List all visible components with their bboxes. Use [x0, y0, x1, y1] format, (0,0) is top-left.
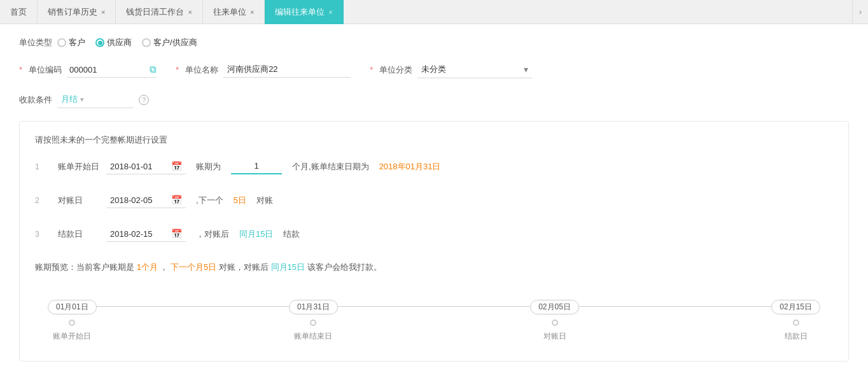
row-num-3: 3	[35, 230, 48, 239]
start-date-input[interactable]	[110, 162, 167, 171]
chevron-down-icon: ▾	[524, 64, 528, 74]
unit-category-value: 未分类	[421, 64, 519, 75]
tab-cash-work-label: 钱货日清工作台	[126, 6, 184, 18]
unit-type-group: 单位类型 客户 供应商 客户/供应商	[19, 37, 197, 48]
payment-date-field: 📅	[106, 226, 186, 242]
preview-middle: 对账，对账后	[219, 262, 269, 272]
tab-partner-label: 往来单位	[213, 6, 246, 18]
code-name-category-row: * 单位编码 ⧉ * 单位名称 * 单位分类 未分类 ▾	[19, 61, 849, 78]
required-star: *	[176, 65, 179, 74]
detail-row-1: 1 账单开始日 📅 账期为 个月,账单结束日期为 2018年01月31日	[35, 158, 833, 174]
preview-label: 账期预览：当前客户账期是	[35, 262, 134, 272]
timeline-label-1: 账单开始日	[53, 331, 91, 342]
timeline-label-4: 结款日	[785, 331, 808, 342]
unit-name-input[interactable]	[223, 62, 351, 78]
close-icon[interactable]: ×	[328, 8, 332, 16]
chevron-down-icon: ▾	[80, 95, 84, 104]
payment-desc-prefix: ，对账后	[196, 229, 229, 240]
row-label-3: 结款日	[58, 229, 96, 240]
calendar-icon[interactable]: 📅	[171, 229, 182, 239]
payment-terms-value: 月结	[61, 94, 78, 105]
tab-home[interactable]: 首页	[0, 0, 38, 24]
period-label: 账期为	[196, 161, 221, 172]
preview-comma: ，	[160, 262, 168, 272]
unit-name-group: * 单位名称	[176, 62, 351, 78]
unit-type-row: 单位类型 客户 供应商 客户/供应商	[19, 37, 849, 48]
reconcile-day-highlight: 5日	[234, 195, 246, 206]
unit-name-label: 单位名称	[185, 64, 218, 76]
calendar-icon[interactable]: 📅	[171, 161, 182, 171]
radio-group: 客户 供应商 客户/供应商	[57, 37, 197, 48]
unit-code-input-wrapper: ⧉	[67, 62, 157, 78]
unit-type-label: 单位类型	[19, 37, 52, 48]
payment-terms-select[interactable]: 月结 ▾	[57, 91, 134, 108]
tab-edit-partner[interactable]: 编辑往来单位 ×	[265, 0, 343, 24]
reconcile-date-field: 📅	[106, 192, 186, 208]
section-hint: 请按照未来的一个完整帐期进行设置	[35, 134, 833, 146]
copy-icon[interactable]: ⧉	[150, 64, 157, 75]
tab-partner[interactable]: 往来单位 ×	[203, 0, 265, 24]
unit-category-group: * 单位分类 未分类 ▾	[370, 61, 532, 78]
payment-terms-row: 收款条件 月结 ▾ ?	[19, 91, 849, 108]
payment-date-input[interactable]	[110, 229, 167, 239]
radio-supplier[interactable]: 供应商	[95, 37, 132, 48]
radio-both[interactable]: 客户/供应商	[142, 37, 197, 48]
month-suffix: 个月,账单结束日期为	[292, 161, 369, 172]
tab-edit-partner-label: 编辑往来单位	[275, 6, 325, 18]
timeline-point-1: 01月01日 账单开始日	[48, 300, 97, 342]
timeline-date-3: 02月05日	[530, 300, 579, 314]
preview-reconcile: 下一个月5日	[171, 262, 216, 272]
radio-supplier-label: 供应商	[107, 37, 132, 48]
payment-suffix: 结款	[283, 229, 300, 240]
unit-code-input[interactable]	[67, 62, 150, 77]
preview-payment: 同月15日	[271, 262, 305, 272]
preview-row: 账期预览：当前客户账期是 1个月 ， 下一个月5日 对账，对账后 同月15日 该…	[35, 260, 833, 274]
unit-category-dropdown[interactable]: 未分类 ▾	[417, 61, 532, 78]
row-num-2: 2	[35, 196, 48, 205]
start-date-field: 📅	[106, 158, 186, 174]
timeline-points: 01月01日 账单开始日 01月31日 账单结束日 02月05日 对账日 02月…	[48, 300, 820, 342]
close-icon[interactable]: ×	[188, 8, 192, 16]
unit-code-group: * 单位编码 ⧉	[19, 62, 157, 78]
unit-category-label: 单位分类	[379, 64, 412, 76]
payment-day-highlight: 同月15日	[239, 229, 273, 240]
tab-sales-history[interactable]: 销售订单历史 ×	[38, 0, 116, 24]
timeline-dot-4	[793, 320, 799, 326]
calendar-icon[interactable]: 📅	[171, 195, 182, 205]
preview-months: 1个月	[137, 262, 158, 272]
required-star: *	[370, 65, 373, 74]
timeline-dot-1	[69, 320, 75, 326]
preview-end: 该客户会给我打款。	[307, 262, 382, 272]
question-icon[interactable]: ?	[139, 95, 149, 105]
timeline-point-2: 01月31日 账单结束日	[289, 300, 338, 342]
close-icon[interactable]: ×	[250, 8, 254, 16]
detail-row-2: 2 对账日 📅 ,下一个 5日 对账	[35, 192, 833, 208]
row-label-1: 账单开始日	[58, 161, 96, 172]
timeline-point-3: 02月05日 对账日	[530, 300, 579, 342]
timeline-label-3: 对账日	[543, 331, 566, 342]
timeline-point-4: 02月15日 结款日	[771, 300, 820, 342]
tabs-bar: 首页 销售订单历史 × 钱货日清工作台 × 往来单位 × 编辑往来单位 × ›	[0, 0, 868, 24]
reconcile-date-input[interactable]	[110, 195, 167, 205]
month-input[interactable]	[231, 158, 282, 174]
tab-more-button[interactable]: ›	[852, 0, 868, 24]
timeline-dot-3	[552, 320, 558, 326]
section-box: 请按照未来的一个完整帐期进行设置 1 账单开始日 📅 账期为 个月,账单结束日期…	[19, 121, 849, 362]
timeline-date-2: 01月31日	[289, 300, 338, 314]
unit-code-label: 单位编码	[29, 64, 62, 76]
tab-cash-work[interactable]: 钱货日清工作台 ×	[116, 0, 202, 24]
radio-circle-supplier	[95, 38, 104, 47]
detail-row-3: 3 结款日 📅 ，对账后 同月15日 结款	[35, 226, 833, 242]
payment-terms-label: 收款条件	[19, 94, 52, 106]
radio-customer[interactable]: 客户	[57, 37, 85, 48]
content-area: 单位类型 客户 供应商 客户/供应商 * 单位编码	[0, 24, 868, 387]
radio-circle-both	[142, 38, 151, 47]
timeline-date-4: 02月15日	[771, 300, 820, 314]
end-date-highlight: 2018年01月31日	[379, 161, 441, 172]
payment-terms-group: 收款条件 月结 ▾ ?	[19, 91, 149, 108]
row-label-2: 对账日	[58, 195, 96, 206]
radio-customer-label: 客户	[69, 37, 85, 48]
close-icon[interactable]: ×	[101, 8, 105, 16]
tab-home-label: 首页	[10, 6, 27, 18]
timeline-dot-2	[310, 320, 316, 326]
